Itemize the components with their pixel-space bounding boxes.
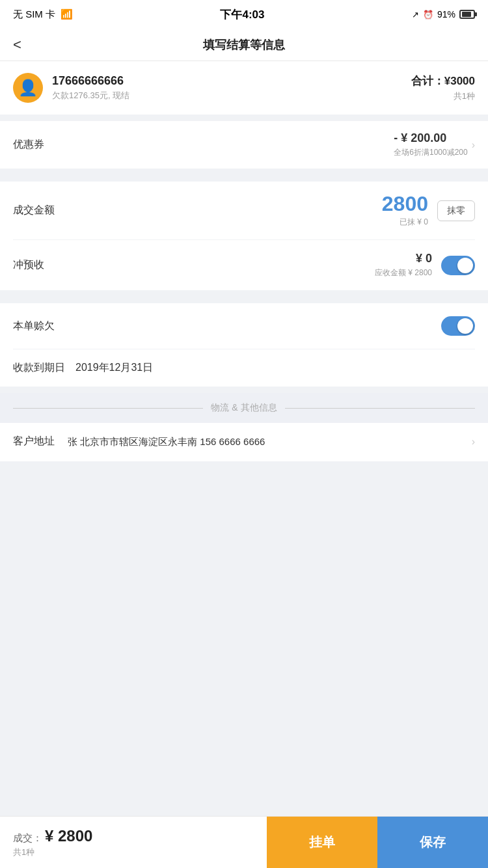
address-arrow-icon: ›	[472, 436, 475, 448]
amount-value: 2800	[382, 193, 428, 214]
coupon-discount: - ¥ 200.00	[394, 131, 467, 145]
alarm-icon: ⏰	[423, 10, 433, 20]
hold-button-label: 挂单	[309, 834, 335, 851]
nav-bar: < 填写结算等信息	[0, 29, 488, 61]
debt-label: 本单赊欠	[13, 319, 55, 333]
address-value: 张 北京市市辖区海淀区永丰南 156 6666 6666	[68, 435, 468, 450]
prepay-value-wrap: ¥ 0 应收金额 ¥ 2800	[375, 252, 432, 278]
bottom-deal-label: 成交：	[13, 832, 42, 845]
amount-row-right: 2800 已抹 ¥ 0 抹零	[382, 193, 475, 228]
carrier-text: 无 SIM 卡	[13, 8, 55, 21]
coupon-right: - ¥ 200.00 全场6折满1000减200 ›	[394, 131, 475, 158]
status-left: 无 SIM 卡 📶	[13, 8, 73, 21]
battery-percent: 91%	[437, 9, 455, 20]
debt-toggle-knob	[457, 318, 473, 334]
amount-row: 成交金额 2800 已抹 ¥ 0 抹零	[13, 182, 475, 240]
address-label: 客户地址	[13, 435, 55, 448]
prepay-value: ¥ 0	[416, 252, 432, 265]
divider-line-right	[285, 408, 475, 409]
status-time: 下午4:03	[220, 7, 264, 22]
status-right: ↗ ⏰ 91%	[412, 9, 475, 20]
customer-debt: 欠款1276.35元, 现结	[52, 90, 129, 102]
bottom-info: 成交： ¥ 2800 共1种	[0, 827, 267, 858]
hold-button[interactable]: 挂单	[267, 817, 377, 869]
customer-card: 👤 17666666666 欠款1276.35元, 现结 合计：¥3000 共1…	[0, 61, 488, 115]
amount-value-wrap: 2800 已抹 ¥ 0	[382, 193, 428, 228]
location-icon: ↗	[412, 10, 419, 20]
nav-title: 填写结算等信息	[203, 37, 285, 53]
round-button[interactable]: 抹零	[437, 200, 475, 221]
address-row[interactable]: 客户地址 张 北京市市辖区海淀区永丰南 156 6666 6666 ›	[13, 423, 475, 461]
coupon-arrow-icon: ›	[472, 139, 475, 151]
customer-phone: 17666666666	[52, 74, 129, 88]
prepay-label: 冲预收	[13, 258, 44, 272]
logistics-label: 物流 & 其他信息	[211, 402, 277, 414]
save-button[interactable]: 保存	[377, 817, 488, 869]
status-bar: 无 SIM 卡 📶 下午4:03 ↗ ⏰ 91%	[0, 0, 488, 29]
prepay-row: 冲预收 ¥ 0 应收金额 ¥ 2800	[13, 240, 475, 290]
avatar-icon: 👤	[18, 79, 38, 97]
coupon-row[interactable]: 优惠券 - ¥ 200.00 全场6折满1000减200 ›	[0, 121, 488, 169]
bottom-deal-amount: ¥ 2800	[45, 827, 92, 845]
debt-row: 本单赊欠	[13, 303, 475, 349]
total-amount: 合计：¥3000	[411, 74, 475, 88]
avatar: 👤	[13, 73, 43, 103]
empty-space	[0, 461, 488, 578]
coupon-label: 优惠券	[13, 138, 44, 152]
due-date-label: 收款到期日	[13, 361, 65, 375]
debt-section: 本单赊欠 收款到期日 2019年12月31日	[0, 303, 488, 387]
section-divider-1	[0, 175, 488, 182]
save-button-label: 保存	[420, 834, 446, 851]
amount-sub: 已抹 ¥ 0	[382, 217, 428, 228]
toggle-knob	[457, 258, 473, 273]
coupon-value-wrap: - ¥ 200.00 全场6折满1000减200	[394, 131, 467, 158]
bottom-bar: 成交： ¥ 2800 共1种 挂单 保存	[0, 816, 488, 868]
debt-toggle[interactable]	[441, 316, 475, 336]
due-date-value: 2019年12月31日	[75, 361, 153, 375]
amount-section: 成交金额 2800 已抹 ¥ 0 抹零 冲预收 ¥ 0 应收金额 ¥ 2800	[0, 182, 488, 290]
battery-icon	[459, 10, 475, 19]
prepay-row-right: ¥ 0 应收金额 ¥ 2800	[375, 252, 475, 278]
amount-label: 成交金额	[13, 204, 55, 217]
total-count: 共1种	[411, 90, 475, 102]
back-button[interactable]: <	[13, 34, 27, 56]
divider-line-left	[13, 408, 203, 409]
customer-left: 👤 17666666666 欠款1276.35元, 现结	[13, 73, 129, 103]
bottom-count: 共1种	[13, 847, 254, 858]
prepay-sub: 应收金额 ¥ 2800	[375, 267, 432, 278]
coupon-desc: 全场6折满1000减200	[394, 147, 467, 158]
logistics-divider: 物流 & 其他信息	[0, 393, 488, 423]
address-section: 客户地址 张 北京市市辖区海淀区永丰南 156 6666 6666 ›	[0, 423, 488, 461]
section-divider-2	[0, 290, 488, 297]
section-divider-3	[0, 387, 488, 393]
prepay-toggle[interactable]	[441, 256, 475, 275]
date-row: 收款到期日 2019年12月31日	[13, 349, 475, 387]
customer-info: 17666666666 欠款1276.35元, 现结	[52, 74, 129, 102]
main-content: 👤 17666666666 欠款1276.35元, 现结 合计：¥3000 共1…	[0, 61, 488, 578]
customer-right: 合计：¥3000 共1种	[411, 74, 475, 102]
wifi-icon: 📶	[61, 8, 73, 20]
bottom-deal-wrap: 成交： ¥ 2800	[13, 827, 254, 845]
